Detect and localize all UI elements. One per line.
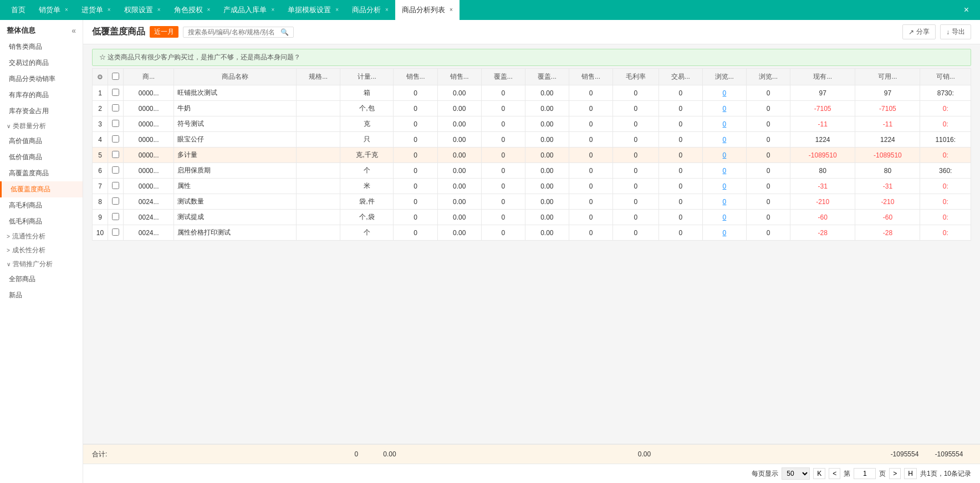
sidebar-item-high-coverage[interactable]: 高覆盖度商品 bbox=[0, 165, 83, 181]
row-margin: 0 bbox=[613, 194, 659, 210]
col-margin-header[interactable]: 毛利率 bbox=[613, 69, 659, 85]
row-browse1: 0 bbox=[702, 179, 746, 194]
sidebar-item-traded-goods[interactable]: 交易过的商品 bbox=[0, 55, 83, 71]
sidebar-item-high-value[interactable]: 高价值商品 bbox=[0, 133, 83, 149]
close-icon[interactable]: × bbox=[157, 0, 161, 20]
nav-sales-order[interactable]: 销货单 × bbox=[32, 0, 75, 20]
nav-template-settings[interactable]: 单据模板设置 × bbox=[281, 0, 345, 20]
col-browse1-header[interactable]: 浏览... bbox=[702, 69, 746, 85]
select-all-checkbox[interactable] bbox=[112, 73, 119, 80]
col-name-header[interactable]: 商品名称 bbox=[174, 69, 297, 85]
row-checkbox[interactable] bbox=[112, 197, 119, 205]
first-page-button[interactable]: K bbox=[813, 468, 825, 479]
col-code-header[interactable]: 商... bbox=[124, 69, 174, 85]
sidebar-section-liquidity[interactable]: > 流通性分析 bbox=[0, 230, 83, 243]
col-avail-header[interactable]: 可用... bbox=[855, 69, 920, 85]
row-checkbox[interactable] bbox=[112, 166, 119, 174]
col-cov2-header[interactable]: 覆盖... bbox=[525, 69, 569, 85]
sidebar-item-high-margin[interactable]: 高毛利商品 bbox=[0, 197, 83, 213]
row-checkbox[interactable] bbox=[112, 135, 119, 143]
col-sellable-header[interactable]: 可销... bbox=[920, 69, 971, 85]
row-unit: 克,千克 bbox=[340, 148, 394, 163]
nav-product-analysis-list[interactable]: 商品分析列表 × bbox=[395, 0, 460, 20]
col-trade-header[interactable]: 交易... bbox=[659, 69, 702, 85]
export-button[interactable]: ↓ 导出 bbox=[940, 24, 971, 39]
nav-products-inbound[interactable]: 产成品入库单 × bbox=[217, 0, 281, 20]
nav-home[interactable]: 首页 bbox=[4, 0, 32, 20]
row-checkbox[interactable] bbox=[112, 213, 119, 220]
last-page-button[interactable]: H bbox=[904, 468, 917, 479]
row-trade: 0 bbox=[659, 148, 702, 163]
nav-roles[interactable]: 角色授权 × bbox=[167, 0, 217, 20]
sidebar-item-new-goods[interactable]: 新品 bbox=[0, 287, 83, 303]
col-stock-header[interactable]: 现有... bbox=[790, 69, 855, 85]
col-sales3-header[interactable]: 销售... bbox=[569, 69, 612, 85]
sidebar-item-low-coverage[interactable]: 低覆盖度商品 bbox=[0, 181, 83, 197]
data-table-wrapper[interactable]: ⚙ 商... 商品名称 规格... 计量... 销售... 销售... 覆盖..… bbox=[92, 68, 971, 444]
row-avail: -31 bbox=[855, 179, 920, 194]
nav-permissions[interactable]: 权限设置 × bbox=[118, 0, 167, 20]
row-sales2: 0.00 bbox=[437, 225, 481, 241]
row-sellable: 0: bbox=[920, 225, 971, 241]
next-page-button[interactable]: > bbox=[889, 468, 901, 479]
close-icon[interactable]: × bbox=[450, 0, 453, 20]
row-checkbox[interactable] bbox=[112, 151, 119, 158]
row-browse1: 0 bbox=[702, 85, 746, 101]
per-page-select[interactable]: 50 100 200 bbox=[782, 467, 810, 480]
col-settings[interactable]: ⚙ bbox=[93, 69, 108, 85]
export-icon: ↓ bbox=[946, 28, 950, 36]
col-sales1-header[interactable]: 销售... bbox=[394, 69, 437, 85]
sidebar-section-growth[interactable]: > 成长性分析 bbox=[0, 243, 83, 257]
time-filter-button[interactable]: 近一月 bbox=[150, 26, 178, 38]
search-input[interactable] bbox=[188, 28, 280, 36]
col-sales2-header[interactable]: 销售... bbox=[437, 69, 481, 85]
row-checkbox[interactable] bbox=[112, 228, 119, 236]
row-cov2: 0.00 bbox=[525, 132, 569, 148]
sidebar-section-cluster-analysis[interactable]: ∨ 类群量分析 bbox=[0, 119, 83, 133]
page-number-input[interactable] bbox=[854, 468, 876, 479]
col-cov1-header[interactable]: 覆盖... bbox=[481, 69, 525, 85]
sidebar-item-low-margin[interactable]: 低毛利商品 bbox=[0, 213, 83, 230]
row-number: 7 bbox=[93, 179, 108, 194]
row-sales1: 0 bbox=[394, 210, 437, 225]
close-icon[interactable]: × bbox=[385, 0, 389, 20]
row-checkbox[interactable] bbox=[112, 89, 119, 96]
nav-product-analysis[interactable]: 商品分析 × bbox=[345, 0, 395, 20]
sidebar-item-stock-capital[interactable]: 库存资金占用 bbox=[0, 103, 83, 119]
close-icon[interactable]: × bbox=[108, 0, 111, 20]
window-close-button[interactable]: × bbox=[957, 5, 976, 15]
col-unit-header[interactable]: 计量... bbox=[340, 69, 394, 85]
row-checkbox[interactable] bbox=[112, 182, 119, 189]
nav-purchase-order[interactable]: 进货单 × bbox=[75, 0, 118, 20]
row-checkbox[interactable] bbox=[112, 120, 119, 127]
row-checkbox[interactable] bbox=[112, 104, 119, 111]
row-sales2: 0.00 bbox=[437, 179, 481, 194]
row-avail: -210 bbox=[855, 194, 920, 210]
row-name: 属性价格打印测试 bbox=[174, 225, 297, 241]
sidebar-item-sales-goods[interactable]: 销售类商品 bbox=[0, 39, 83, 55]
col-browse2-header[interactable]: 浏览... bbox=[747, 69, 790, 85]
row-number: 9 bbox=[93, 210, 108, 225]
close-icon[interactable]: × bbox=[335, 0, 339, 20]
col-spec-header[interactable]: 规格... bbox=[297, 69, 340, 85]
close-icon[interactable]: × bbox=[207, 0, 211, 20]
close-icon[interactable]: × bbox=[65, 0, 68, 20]
row-name: 测试提成 bbox=[174, 210, 297, 225]
col-checkbox[interactable] bbox=[108, 69, 124, 85]
sidebar-item-all-goods[interactable]: 全部商品 bbox=[0, 271, 83, 287]
row-trade: 0 bbox=[659, 210, 702, 225]
row-browse1: 0 bbox=[702, 116, 746, 132]
sidebar-section-marketing[interactable]: ∨ 营销推广分析 bbox=[0, 257, 83, 271]
share-button[interactable]: ↗ 分享 bbox=[902, 24, 936, 39]
row-sales1: 0 bbox=[394, 179, 437, 194]
close-icon[interactable]: × bbox=[271, 0, 274, 20]
sidebar-item-stocked-goods[interactable]: 有库存的商品 bbox=[0, 87, 83, 103]
row-browse2: 0 bbox=[747, 179, 790, 194]
table-row: 60000...启用保质期个00.0000.00000008080360: bbox=[93, 163, 971, 179]
chevron-right-icon: > bbox=[7, 247, 10, 253]
prev-page-button[interactable]: < bbox=[829, 468, 840, 479]
sidebar-collapse-button[interactable]: « bbox=[72, 26, 76, 35]
total-row: 合计: 0 0.00 0.00 -1095554 -1095554 bbox=[83, 444, 980, 464]
sidebar-item-low-value[interactable]: 低价值商品 bbox=[0, 149, 83, 165]
sidebar-item-category-turnover[interactable]: 商品分类动销率 bbox=[0, 71, 83, 87]
